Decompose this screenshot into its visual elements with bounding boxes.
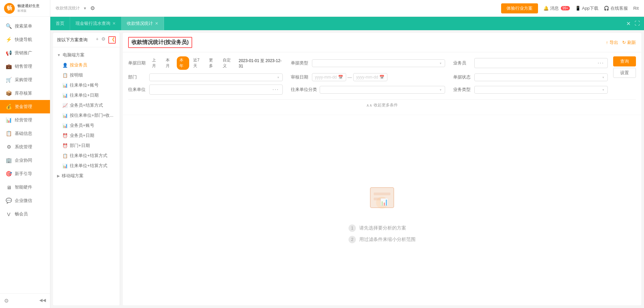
- filter-row-1: 单据日期 上月 本月 本年 近7天 更多 自定义: [128, 56, 608, 70]
- refresh-btn[interactable]: ↻ 刷新: [622, 40, 636, 46]
- tree-child-dept-date[interactable]: ⏰ 部门+日期: [53, 141, 120, 151]
- tree-child-salesperson-settle[interactable]: 📈 业务员+结算方式: [53, 100, 120, 110]
- sidebar-item-wechat[interactable]: 💬 企业微信: [0, 194, 50, 207]
- app-download-action[interactable]: 📱 App下载: [575, 5, 598, 11]
- sidebar-item-basic[interactable]: 📋 基础信息: [0, 127, 50, 140]
- sidebar-item-label: 企业微信: [15, 198, 32, 204]
- doctype-arrow-icon: ▾: [440, 61, 441, 65]
- dept-dropdown[interactable]: ▾: [149, 73, 283, 81]
- collapse-filter-btn[interactable]: ∧∧ 收起更多条件: [128, 99, 636, 111]
- topbar-settings-icon[interactable]: ⚙: [90, 5, 95, 11]
- desktop-scheme-label: 电脑端方案: [63, 52, 85, 58]
- footer-collapse-icon[interactable]: ◀◀: [39, 298, 46, 304]
- messages-label: 消息: [550, 5, 559, 11]
- scheme-panel: 按以下方案查询 + ⚙ 《 ▼ 电脑端方案 👤 按业务员 📋: [53, 33, 120, 305]
- scheme-unit-dept-label: 按往来单位+部门+收...: [70, 112, 113, 118]
- review-date-end[interactable]: yyyy-mm-dd 📅: [353, 73, 387, 81]
- tree-child-by-detail[interactable]: 📋 按明细: [53, 70, 120, 80]
- customer-input[interactable]: ···: [149, 85, 283, 95]
- online-service-action[interactable]: 🎧 在线客服: [604, 5, 628, 11]
- building-icon: 🏢: [5, 157, 12, 164]
- tree-child-salesperson-account[interactable]: 📊 业务员+账号: [53, 120, 120, 131]
- review-date-start[interactable]: yyyy-mm-dd 📅: [312, 73, 346, 81]
- date-tab-last7[interactable]: 近7天: [191, 56, 205, 70]
- docstatus-dropdown[interactable]: ▾: [474, 73, 608, 81]
- sidebar-item-enterprise[interactable]: 🏢 企业协同: [0, 154, 50, 167]
- settings-button[interactable]: 设置: [613, 68, 636, 78]
- tab-close-all-icon[interactable]: ✕: [626, 20, 631, 27]
- money-icon: 💰: [5, 103, 12, 110]
- empty-illustration: 📊: [362, 177, 402, 218]
- sidebar-nav: 🔍 搜索菜单 ⚡ 快捷导航 📢 营销推广 💼 销售管理 🛒 采购管理 📦 库存核…: [0, 17, 50, 293]
- refresh-icon: ↻: [622, 40, 626, 45]
- settle2-icon: 📊: [62, 163, 68, 168]
- sidebar-item-operation[interactable]: 📊 经营管理: [0, 113, 50, 127]
- add-scheme-icon[interactable]: +: [96, 36, 99, 44]
- tree-child-unit-date[interactable]: 📊 往来单位+日期: [53, 90, 120, 100]
- cart-icon: 🛒: [5, 76, 12, 83]
- date-tab-last-month[interactable]: 上月: [149, 56, 162, 70]
- sidebar-item-guide[interactable]: 🎯 新手引导: [0, 167, 50, 181]
- logo-name: 畅捷通好生意: [17, 3, 40, 8]
- customer-category-label: 往来单位分类: [291, 87, 317, 93]
- date-range-display: 2023-01-01 至 2023-12-31: [238, 58, 282, 68]
- dropdown-arrow-icon[interactable]: ▾: [84, 6, 86, 11]
- doctype-dropdown[interactable]: ▾: [312, 59, 445, 67]
- sidebar-item-search[interactable]: 🔍 搜索菜单: [0, 19, 50, 33]
- salesperson-dots-icon[interactable]: ···: [598, 60, 604, 66]
- tab-collection[interactable]: 收款情况统计 ✕: [121, 17, 164, 30]
- date-tab-this-year[interactable]: 本年: [177, 56, 189, 70]
- trial-btn[interactable]: 体验行业方案: [501, 3, 538, 13]
- sidebar-item-member[interactable]: V 畅会员: [0, 207, 50, 221]
- tree-parent-desktop[interactable]: ▼ 电脑端方案: [53, 50, 120, 60]
- messages-action[interactable]: 🔔 消息 99+: [543, 5, 570, 11]
- footer-settings-icon[interactable]: ⚙: [4, 298, 9, 304]
- tab-bank-close-icon[interactable]: ✕: [112, 21, 116, 26]
- scheme-collapse-icon[interactable]: 《: [108, 36, 116, 44]
- tree-child-unit-settle2[interactable]: 📊 往来单位+结算方式: [53, 161, 120, 171]
- tree-child-unit-account[interactable]: 📊 往来单位+账号: [53, 80, 120, 90]
- user-name[interactable]: Rit: [633, 6, 639, 11]
- query-button[interactable]: 查询: [613, 56, 636, 66]
- salesperson-input[interactable]: ···: [474, 58, 608, 68]
- step-2-label: 用过滤条件来缩小分析范围: [359, 237, 416, 243]
- biztype-dropdown[interactable]: ▾: [474, 86, 608, 94]
- customer-category-dropdown[interactable]: ▾: [320, 86, 445, 94]
- filter-review-date-item: 审核日期 yyyy-mm-dd 📅 — yyyy-mm-dd: [291, 73, 445, 81]
- filter-customer-category-item: 往来单位分类 ▾: [291, 86, 445, 94]
- scheme-unit-settle1-label: 往来单位+结算方式: [70, 153, 107, 159]
- tab-collection-close-icon[interactable]: ✕: [155, 21, 158, 26]
- sidebar-item-marketing[interactable]: 📢 营销推广: [0, 46, 50, 60]
- scheme-salesperson-settle-label: 业务员+结算方式: [70, 102, 103, 108]
- sidebar-item-hardware[interactable]: 🖥 智能硬件: [0, 181, 50, 194]
- tree-parent-mobile[interactable]: ▶ 移动端方案: [53, 171, 120, 181]
- scheme-settings-icon[interactable]: ⚙: [101, 36, 106, 44]
- list-icon: 📋: [62, 72, 68, 78]
- filter-area: 单据日期 上月 本月 本年 近7天 更多 自定义: [123, 52, 641, 115]
- sidebar-item-finance[interactable]: 💰 资金管理: [0, 100, 50, 113]
- export-btn[interactable]: ↑ 导出: [606, 40, 619, 46]
- tab-fullscreen-icon[interactable]: ⛶: [635, 20, 640, 27]
- sidebar-item-system[interactable]: ⚙ 系统管理: [0, 140, 50, 154]
- date-tab-custom[interactable]: 自定义: [220, 56, 236, 70]
- mobile-scheme-label: 移动端方案: [62, 173, 84, 179]
- tab-home[interactable]: 首页: [50, 17, 70, 30]
- sidebar-item-inventory[interactable]: 📦 库存核算: [0, 87, 50, 100]
- tab-bank[interactable]: 现金银行流水查询 ✕: [70, 17, 121, 30]
- topbar: 收款情况统计 ▾ ⚙ 体验行业方案 🔔 消息 99+ 📱 App下载 🎧 在线客…: [50, 0, 644, 17]
- tree-child-unit-dept[interactable]: 📊 按往来单位+部门+收...: [53, 110, 120, 120]
- tree-child-unit-settle1[interactable]: 📋 往来单位+结算方式: [53, 151, 120, 161]
- date-tab-more[interactable]: 更多: [206, 56, 219, 70]
- tree-child-salesperson-date[interactable]: ⏰ 业务员+日期: [53, 131, 120, 141]
- refresh-label: 刷新: [627, 40, 636, 46]
- sidebar-item-sales[interactable]: 💼 销售管理: [0, 60, 50, 73]
- date-tab-this-month[interactable]: 本月: [163, 56, 175, 70]
- filter-dept-item: 部门 ▾: [128, 73, 283, 81]
- sidebar-item-shortcut[interactable]: ⚡ 快捷导航: [0, 33, 50, 46]
- filter-salesperson-item: 业务员 ···: [453, 58, 608, 68]
- sidebar-item-label: 系统管理: [15, 144, 32, 150]
- sidebar-item-purchase[interactable]: 🛒 采购管理: [0, 73, 50, 87]
- customer-dots-icon[interactable]: ···: [272, 87, 279, 93]
- tree-child-by-salesperson[interactable]: 👤 按业务员: [53, 60, 120, 70]
- customer-label: 往来单位: [128, 87, 147, 93]
